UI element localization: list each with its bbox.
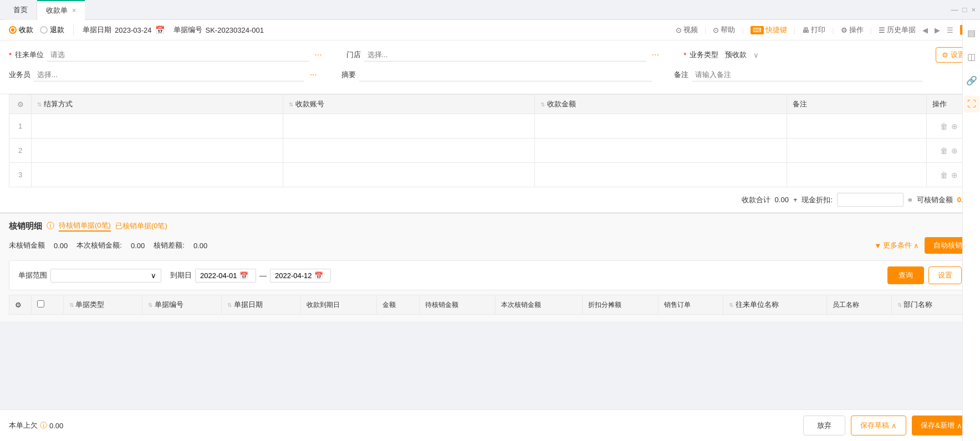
checkbox-th: ⚙ (9, 295, 32, 315)
counterpart-field: * 往来单位 ··· (9, 48, 324, 61)
list-view-icon[interactable]: ☰ (947, 26, 953, 34)
abandon-btn[interactable]: 放弃 (803, 416, 845, 435)
col-counterpart-header: ⇅ 往来单位名称 (723, 295, 827, 315)
table-row: 3 🗑 ⊕ (9, 163, 971, 187)
note-input[interactable] (692, 68, 922, 81)
tab-verified[interactable]: 已核销单据(0笔) (115, 221, 167, 231)
date-to-field[interactable]: 2022-04-12 📅 (270, 269, 331, 283)
col-settlement-header: ⇅ 结算方式 (32, 95, 283, 114)
amount-cell-1[interactable] (535, 114, 787, 139)
tab-pending[interactable]: 待核销单据(0笔) (59, 221, 111, 232)
print-label: 打印 (811, 25, 825, 35)
plus-sign: + (793, 196, 798, 204)
col-sort-icon3: ⇅ (540, 101, 545, 107)
copy-icon-3[interactable]: ⊕ (951, 171, 958, 180)
note-cell-1[interactable] (787, 114, 926, 139)
biz-arrow[interactable]: ∨ (753, 51, 759, 59)
nav-right-icon[interactable]: ▶ (935, 26, 940, 34)
copy-icon-1[interactable]: ⊕ (951, 122, 958, 131)
date-from-field[interactable]: 2022-04-01 📅 (195, 269, 256, 283)
table-gear-icon2[interactable]: ⚙ (15, 301, 22, 309)
delete-icon-2[interactable]: 🗑 (940, 146, 948, 155)
account-cell-3[interactable] (283, 163, 535, 187)
sidebar-page-icon[interactable]: ◫ (964, 48, 979, 65)
table-gear-icon[interactable]: ⚙ (17, 100, 24, 109)
col-account-header: ⇅ 收款账号 (283, 95, 535, 114)
info-icon[interactable]: ⓘ (40, 421, 47, 430)
save-draft-label: 保存草稿 (860, 421, 889, 430)
print-btn[interactable]: 🖶 打印 (802, 25, 825, 35)
range-label: 单据范围 (18, 270, 47, 280)
sidebar-link-icon[interactable]: 🔗 (963, 72, 981, 89)
refund-radio[interactable]: 退款 (40, 25, 64, 35)
date-field-filter: 到期日 2022-04-01 📅 — 2022-04-12 📅 (170, 269, 331, 283)
amount-cell-2[interactable] (535, 139, 787, 163)
restore-icon[interactable]: □ (963, 6, 967, 14)
discount-input[interactable] (837, 193, 904, 207)
row-num-1: 1 (9, 114, 32, 139)
tab-home[interactable]: 首页 (4, 0, 37, 20)
help-btn[interactable]: ⊙ 帮助 (713, 25, 735, 35)
filter-settings-btn[interactable]: 设置 (928, 266, 962, 284)
help-label: 帮助 (721, 25, 735, 35)
store-more-btn[interactable]: ··· (650, 50, 661, 60)
minimize-icon[interactable]: — (951, 6, 958, 14)
tab-receipt[interactable]: 收款单 × (37, 0, 85, 20)
number-field: 单据编号 SK-20230324-001 (173, 25, 264, 35)
store-input[interactable] (364, 48, 646, 61)
note-cell-3[interactable] (787, 163, 926, 187)
range-select[interactable]: ∨ (50, 269, 161, 283)
settlement-cell-1[interactable] (32, 114, 283, 139)
video-btn[interactable]: ⊙ 视频 (676, 25, 698, 35)
help-icon: ⊙ (713, 26, 719, 34)
note-cell-2[interactable] (787, 139, 926, 163)
account-cell-2[interactable] (283, 139, 535, 163)
receipt-radio-circle (9, 26, 17, 34)
operation-icon: ⚙ (841, 26, 848, 34)
amount-cell-3[interactable] (535, 163, 787, 187)
summary-input[interactable] (359, 68, 652, 81)
close-icon[interactable]: × (971, 6, 976, 14)
sidebar-table-icon[interactable]: ▤ (964, 24, 979, 42)
calendar-icon[interactable]: 📅 (155, 25, 165, 34)
nav-left-icon[interactable]: ◀ (922, 26, 928, 34)
current-label: 本次核销金额: (76, 240, 122, 250)
save-new-arrow: ∧ (957, 422, 962, 430)
salesperson-input[interactable] (34, 68, 304, 81)
salesperson-more-btn[interactable]: ··· (308, 70, 319, 80)
receipt-radio-dot (11, 28, 14, 32)
settlement-cell-3[interactable] (32, 163, 283, 187)
history-btn[interactable]: ☰ 历史单据 (879, 25, 916, 35)
query-btn[interactable]: 查询 (887, 266, 924, 284)
tab-receipt-label: 收款单 (46, 1, 68, 20)
tab-close-icon[interactable]: × (72, 1, 76, 20)
form-row-1: * 往来单位 ··· 门店 ··· * 业务类型 预收款 ∨ ⚙ (9, 47, 971, 63)
col-date-header: ⇅ 单据日期 (222, 295, 301, 315)
col-duedate-header: 收款到期日 (301, 295, 377, 315)
copy-icon-2[interactable]: ⊕ (951, 146, 958, 155)
more-conditions-btn[interactable]: ▼ 更多条件 ∧ (874, 240, 919, 250)
date-dash: — (259, 271, 267, 280)
col-pending-header: 待核销金额 (419, 295, 495, 315)
operation-btn[interactable]: ⚙ 操作 (841, 25, 864, 35)
col-dept-header: ⇅ 部门名称 (892, 295, 971, 315)
verif-info-icon[interactable]: ⓘ (47, 221, 54, 231)
receipt-radio[interactable]: 收款 (9, 25, 33, 35)
unverified-value: 0.00 (54, 242, 68, 250)
shortcut-btn[interactable]: ⌨ 快捷键 (751, 25, 787, 35)
filter-right: 查询 设置 (887, 266, 962, 284)
save-draft-btn[interactable]: 保存草稿 ∧ (851, 416, 906, 435)
more-conditions-label: 更多条件 (883, 240, 912, 250)
filter-row: 单据范围 ∨ 到期日 2022-04-01 📅 — 2022-04-12 📅 (9, 260, 971, 290)
delete-icon-1[interactable]: 🗑 (940, 122, 948, 131)
verifiable-label: 可核销金额 (917, 195, 953, 205)
account-cell-1[interactable] (283, 114, 535, 139)
counterpart-more-btn[interactable]: ··· (312, 50, 324, 60)
counterpart-input[interactable] (47, 48, 309, 61)
sidebar-expand-icon[interactable]: ⛶ (964, 96, 979, 112)
range-arrow: ∨ (151, 271, 156, 280)
select-all-checkbox[interactable] (37, 300, 44, 307)
toolbar-right: ⊙ 视频 | ⊙ 帮助 | ⌨ 快捷键 | 🖶 打印 | ⚙ 操作 (676, 25, 971, 35)
delete-icon-3[interactable]: 🗑 (940, 171, 948, 180)
settlement-cell-2[interactable] (32, 139, 283, 163)
